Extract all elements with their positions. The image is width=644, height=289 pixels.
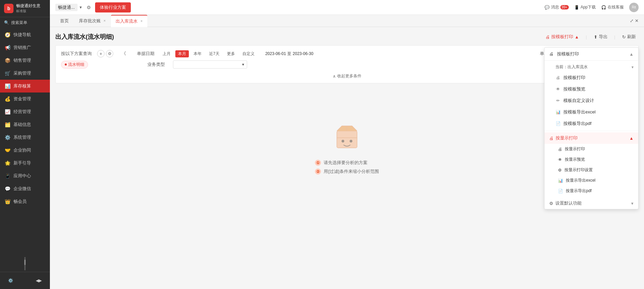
system-icon: ⚙️ bbox=[4, 135, 11, 140]
print-footer-label: 设置默认功能 bbox=[555, 200, 582, 206]
sidebar-item-wechat[interactable]: 💬 企业微信 bbox=[0, 182, 50, 195]
business-type-select[interactable]: ▾ bbox=[173, 60, 247, 69]
display-print-btn[interactable]: 🖨 按显示打印 bbox=[545, 144, 638, 154]
export-btn[interactable]: ⬆ 导出 bbox=[591, 32, 610, 41]
date-shortcut-7days[interactable]: 近7天 bbox=[206, 50, 222, 57]
sidebar-item-company[interactable]: 🤝 企业协同 bbox=[0, 144, 50, 157]
sidebar-item-purchase[interactable]: 🛒 采购管理 bbox=[0, 67, 50, 80]
print-template-preview-btn[interactable]: 👁 按模板预览 bbox=[545, 83, 638, 95]
display-excel-label: 按显示导出excel bbox=[566, 178, 595, 183]
tab-flow[interactable]: 出入库流水 × bbox=[111, 15, 147, 27]
display-pdf-btn[interactable]: 📄 按显示导出pdf bbox=[545, 186, 638, 196]
app-edition: 标准版 bbox=[16, 9, 40, 14]
topbar-avatar[interactable]: Rit bbox=[629, 3, 639, 12]
sidebar-item-label: 经营管理 bbox=[13, 109, 31, 115]
tabbar: 首页 库存批次账 × 出入库流水 × ⤢ ✕ bbox=[50, 15, 644, 27]
display-settings-btn[interactable]: ⚙ 按显示打印设置 bbox=[545, 165, 638, 175]
sidebar-item-label: 营销推广 bbox=[13, 45, 31, 51]
topbar: 畅捷通... ▾ ⚙ 体验行业方案 💬 消息 99+ 📱 App下载 🎧 在线客… bbox=[50, 0, 644, 15]
app-name: 畅捷通好生意 bbox=[16, 3, 40, 9]
sidebar-item-guide[interactable]: 🌟 新手引导 bbox=[0, 157, 50, 169]
sidebar-item-label: 系统管理 bbox=[13, 134, 31, 140]
filter-settings-btn[interactable]: ⚙ bbox=[106, 50, 113, 57]
filter-tag-flow[interactable]: 流水明细 bbox=[61, 61, 88, 69]
print-sm-icon: 🖨 bbox=[555, 75, 561, 80]
topbar-dropdown-icon[interactable]: ▾ bbox=[80, 5, 82, 10]
svg-point-3 bbox=[350, 140, 352, 142]
current-template-chevron: ▾ bbox=[632, 65, 634, 70]
display-preview-label: 按显示预览 bbox=[565, 157, 585, 162]
print-template-design-btn[interactable]: ✏ 模板自定义设计 bbox=[545, 95, 638, 106]
print-template-print-label: 按模板打印 bbox=[563, 75, 585, 81]
sidebar-item-operation[interactable]: 📈 经营管理 bbox=[0, 105, 50, 118]
page-title: 出入库流水(流水明细) bbox=[55, 33, 114, 41]
display-print-icon: 🖨 bbox=[549, 136, 554, 141]
display-preview-btn[interactable]: 👁 按显示预览 bbox=[545, 154, 638, 165]
business-type-dropdown-icon: ▾ bbox=[242, 62, 244, 67]
tab-batch-account-close[interactable]: × bbox=[104, 19, 106, 23]
export-label: 导出 bbox=[599, 34, 608, 40]
topbar-msg-btn[interactable]: 💬 消息 99+ bbox=[545, 4, 569, 10]
sidebar-item-marketing[interactable]: 📢 营销推广 bbox=[0, 41, 50, 54]
sidebar-item-label: 畅会员 bbox=[13, 199, 27, 205]
date-shortcut-custom[interactable]: 自定义 bbox=[240, 50, 257, 57]
tab-home[interactable]: 首页 bbox=[55, 15, 74, 27]
wechat-icon: 💬 bbox=[4, 186, 11, 191]
display-pdf-label: 按显示导出pdf bbox=[566, 188, 592, 194]
sidebar-item-system[interactable]: ⚙️ 系统管理 bbox=[0, 131, 50, 144]
sidebar-search[interactable]: 🔍 搜索菜单 bbox=[0, 17, 50, 28]
tab-expand-btn[interactable]: ⤢ ✕ bbox=[630, 18, 639, 23]
sidebar-item-app-center[interactable]: 📱 应用中心 bbox=[0, 169, 50, 182]
print-template-print-btn[interactable]: 🖨 按模板打印 bbox=[545, 72, 638, 83]
tab-flow-close[interactable]: × bbox=[140, 19, 142, 23]
sidebar-search-label: 搜索菜单 bbox=[11, 20, 27, 26]
headset-icon: 🎧 bbox=[601, 5, 606, 10]
print-template-pdf-label: 按模板导出pdf bbox=[563, 121, 591, 127]
print-display-header[interactable]: 🖨 按显示打印 ▲ bbox=[545, 132, 638, 144]
msg-label: 消息 bbox=[551, 4, 559, 10]
refresh-btn[interactable]: ↻ 刷新 bbox=[619, 32, 639, 41]
topbar-service-btn[interactable]: 🎧 在线客服 bbox=[601, 4, 624, 10]
tab-home-label: 首页 bbox=[60, 18, 69, 24]
sidebar-settings-btn[interactable]: ⚙️ bbox=[5, 277, 16, 284]
expand-icon: ⤢ bbox=[630, 18, 634, 23]
dropdown-up-chevron[interactable]: ▲ bbox=[629, 52, 634, 57]
tab-batch-account[interactable]: 库存批次账 × bbox=[74, 15, 110, 27]
collapse-up-icon: ∧ bbox=[333, 74, 336, 79]
sidebar-item-sales[interactable]: 📦 销售管理 bbox=[0, 54, 50, 67]
sidebar-item-inventory[interactable]: 📊 库存核算 bbox=[0, 80, 50, 93]
sidebar-item-quick-nav[interactable]: 🧭 快捷导航 bbox=[0, 28, 50, 41]
print-default-btn[interactable]: ⚙ 设置默认功能 ▾ bbox=[545, 198, 638, 209]
date-shortcut-this-month[interactable]: 本月 bbox=[175, 50, 189, 57]
filter-actions: + ⚙ bbox=[97, 50, 113, 57]
tip-num-2: ② bbox=[315, 168, 321, 175]
print-template-btn[interactable]: 🖨 按模板打印 ▲ bbox=[543, 32, 582, 41]
sidebar-collapse-btn[interactable]: ◀▶ bbox=[33, 277, 45, 284]
page-actions: 🖨 按模板打印 ▲ | ⬆ 导出 | ↻ 刷新 bbox=[543, 32, 639, 41]
print-icon: 🖨 bbox=[546, 34, 550, 40]
topbar-username[interactable]: 畅捷通... bbox=[55, 4, 78, 11]
print-template-excel-btn[interactable]: 📊 按模板导出excel bbox=[545, 106, 638, 118]
date-shortcuts: 上月 本月 本年 近7天 更多 自定义 bbox=[160, 50, 257, 57]
quick-nav-icon: 🧭 bbox=[4, 32, 11, 37]
topbar-gear-icon[interactable]: ⚙ bbox=[87, 5, 91, 10]
sidebar-item-finance[interactable]: 💰 资金管理 bbox=[0, 93, 50, 105]
print-current-template[interactable]: 当前：出入库流水 ▾ bbox=[545, 62, 638, 72]
phone-icon: 📱 bbox=[574, 5, 579, 10]
sidebar-bottom: ⚙️ ◀▶ bbox=[0, 272, 50, 289]
tab-flow-label: 出入库流水 bbox=[116, 18, 138, 24]
filter-add-btn[interactable]: + bbox=[97, 50, 105, 57]
filter-collapse-arrow[interactable]: 《 bbox=[121, 51, 126, 57]
display-excel-btn[interactable]: 📊 按显示导出excel bbox=[545, 175, 638, 186]
date-shortcut-this-year[interactable]: 本年 bbox=[191, 50, 204, 57]
trial-btn[interactable]: 体验行业方案 bbox=[95, 2, 131, 12]
sidebar-item-basic[interactable]: 🗂️ 基础信息 bbox=[0, 118, 50, 131]
print-template-design-label: 模板自定义设计 bbox=[563, 98, 594, 104]
print-template-pdf-btn[interactable]: 📄 按模板导出pdf bbox=[545, 118, 638, 129]
topbar-app-btn[interactable]: 📱 App下载 bbox=[574, 4, 596, 10]
current-template-label: 当前：出入库流水 bbox=[555, 64, 588, 70]
sidebar-item-member[interactable]: 👑 畅会员 bbox=[0, 195, 50, 208]
date-shortcut-more[interactable]: 更多 bbox=[224, 50, 238, 57]
display-print-label: 按显示打印 bbox=[565, 146, 585, 152]
date-shortcut-last-month[interactable]: 上月 bbox=[160, 50, 173, 57]
